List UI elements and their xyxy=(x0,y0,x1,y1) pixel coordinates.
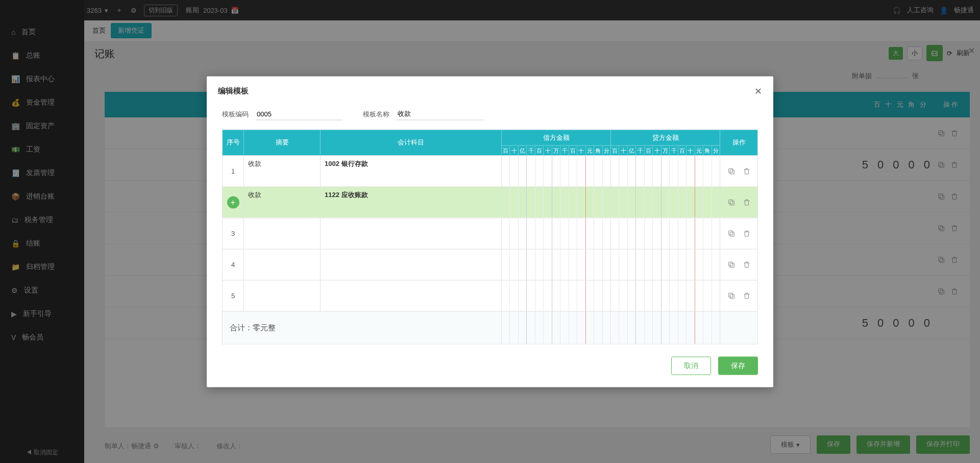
modal-overlay xyxy=(0,0,980,20)
